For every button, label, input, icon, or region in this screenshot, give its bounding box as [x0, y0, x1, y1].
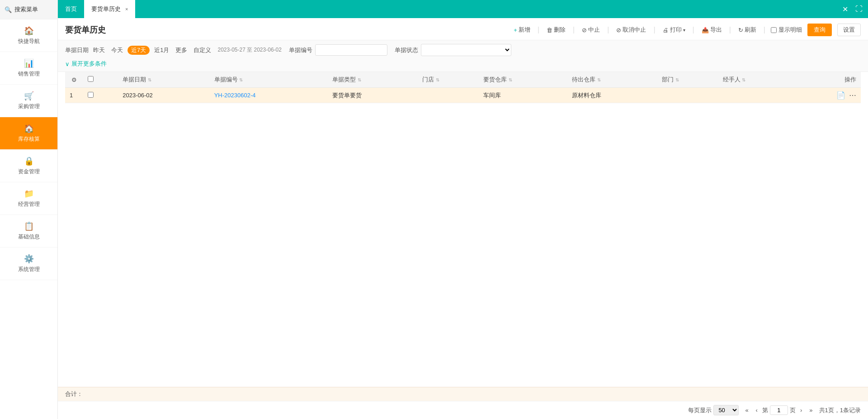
pending-warehouse-sort-icon: ⇅ — [597, 77, 601, 82]
stop-button[interactable]: ⊘ 中止 — [580, 25, 602, 35]
total-pages-info: 共1页，1条记录 — [819, 406, 861, 414]
req-warehouse-sort-icon: ⇅ — [509, 77, 512, 82]
refresh-button[interactable]: ↻ 刷新 — [736, 25, 758, 35]
date-option-custom[interactable]: 自定义 — [192, 46, 213, 55]
row-more-button[interactable]: ⋯ — [849, 91, 856, 100]
row-req-warehouse: 车间库 — [479, 88, 567, 103]
per-page-select[interactable]: 20 50 100 — [713, 405, 739, 415]
inventory-icon: 🏠 — [24, 124, 34, 133]
sidebar-item-label: 快捷导航 — [18, 38, 40, 45]
close-window-icon[interactable]: ✕ — [840, 3, 850, 15]
sidebar-item-system[interactable]: ⚙️ 系统管理 — [0, 248, 57, 280]
settings-column-header[interactable]: ⚙ — [65, 72, 83, 88]
last-page-button[interactable]: » — [807, 406, 815, 414]
first-page-button[interactable]: « — [742, 406, 751, 414]
delete-icon: 🗑 — [547, 27, 552, 33]
bill-status-select[interactable] — [421, 44, 511, 56]
store-column-header[interactable]: 门店 ⇅ — [418, 72, 479, 88]
filter-row: 单据日期 昨天 今天 近7天 近1月 更多 自定义 2023-05-27 至 2… — [65, 44, 861, 56]
page-label: 第 — [762, 406, 768, 414]
top-nav: 首页 要货单历史 × ✕ ⛶ — [58, 0, 868, 18]
date-option-more[interactable]: 更多 — [174, 46, 189, 55]
row-number[interactable]: YH-20230602-4 — [210, 88, 328, 103]
row-checkbox[interactable] — [83, 88, 118, 103]
page-title: 要货单历史 — [65, 24, 106, 35]
bill-number-label: 单据编号 — [289, 46, 312, 54]
show-detail-input[interactable] — [771, 27, 777, 33]
row-handler — [718, 88, 793, 103]
chevron-down-icon: ∨ — [65, 61, 70, 67]
bill-status-label: 单据状态 — [395, 46, 418, 54]
date-option-last7days[interactable]: 近7天 — [127, 46, 150, 55]
header-actions: + 新增 | 🗑 删除 | ⊘ 中止 | ⊘ — [512, 24, 861, 36]
home-icon: 🏠 — [24, 26, 34, 36]
export-button[interactable]: 📤 导出 — [700, 25, 724, 35]
actions-column-header: 操作 — [793, 72, 861, 88]
plus-icon: + — [514, 27, 517, 33]
prev-page-button[interactable]: ‹ — [753, 406, 760, 414]
bill-status-filter: 单据状态 — [395, 44, 511, 56]
req-warehouse-column-header[interactable]: 要货仓库 ⇅ — [479, 72, 567, 88]
cancel-stop-icon: ⊘ — [616, 27, 621, 33]
maximize-icon[interactable]: ⛶ — [854, 3, 864, 15]
sidebar-item-finance[interactable]: 🔒 资金管理 — [0, 150, 57, 182]
date-option-yesterday[interactable]: 昨天 — [91, 46, 107, 55]
purchase-icon: 🛒 — [24, 91, 34, 101]
settings-button[interactable]: 设置 — [837, 24, 861, 36]
search-icon: 🔍 — [5, 6, 12, 13]
type-column-header[interactable]: 单据类型 ⇅ — [328, 72, 418, 88]
tab-requisition-history[interactable]: 要货单历史 × — [84, 0, 135, 18]
new-button[interactable]: + 新增 — [512, 25, 532, 35]
number-column-header[interactable]: 单据编号 ⇅ — [210, 72, 328, 88]
date-option-last1month[interactable]: 近1月 — [152, 46, 171, 55]
tab-home[interactable]: 首页 — [58, 0, 84, 18]
select-all-checkbox[interactable] — [88, 76, 94, 82]
date-range: 2023-05-27 至 2023-06-02 — [217, 46, 281, 54]
sidebar-item-purchase[interactable]: 🛒 采购管理 — [0, 85, 57, 117]
table-container: ⚙ 单据日期 ⇅ 单据编号 ⇅ 单据类型 — [58, 72, 868, 387]
date-label: 单据日期 — [65, 46, 89, 54]
checkbox-column-header[interactable] — [83, 72, 118, 88]
table-header-row: ⚙ 单据日期 ⇅ 单据编号 ⇅ 单据类型 — [65, 72, 861, 88]
tab-close-icon[interactable]: × — [125, 6, 128, 12]
export-icon: 📤 — [702, 27, 709, 33]
page-number-input[interactable] — [770, 405, 788, 415]
home-tab-label: 首页 — [65, 5, 77, 13]
nav-right: ✕ ⛶ — [840, 3, 868, 15]
sidebar-item-basic-info[interactable]: 📋 基础信息 — [0, 215, 57, 248]
date-column-header[interactable]: 单据日期 ⇅ — [118, 72, 209, 88]
per-page-label: 每页显示 — [688, 406, 712, 414]
row-view-button[interactable]: 📄 — [836, 91, 845, 100]
print-icon: 🖨 — [663, 27, 669, 33]
content-area: 要货单历史 + 新增 | 🗑 删除 | ⊘ 中止 — [58, 18, 868, 419]
sidebar-item-quick-nav[interactable]: 🏠 快捷导航 — [0, 19, 57, 52]
row-actions: 📄 ⋯ — [793, 88, 861, 103]
row-department — [657, 88, 718, 103]
cancel-stop-button[interactable]: ⊘ 取消中止 — [614, 25, 648, 35]
delete-button[interactable]: 🗑 删除 — [545, 25, 567, 35]
sidebar-item-label: 基础信息 — [18, 233, 40, 241]
show-detail-checkbox[interactable]: 显示明细 — [771, 26, 802, 34]
finance-icon: 🔒 — [24, 156, 34, 166]
table-footer: 合计： — [58, 387, 868, 401]
row-select-checkbox[interactable] — [88, 92, 94, 98]
bill-number-link[interactable]: YH-20230602-4 — [214, 92, 256, 99]
handler-column-header[interactable]: 经手人 ⇅ — [718, 72, 793, 88]
total-label: 合计： — [65, 390, 83, 397]
expand-more-button[interactable]: ∨ 展开更多条件 — [65, 60, 861, 68]
sidebar-item-sales[interactable]: 📊 销售管理 — [0, 52, 57, 85]
pending-warehouse-column-header[interactable]: 待出仓库 ⇅ — [567, 72, 657, 88]
system-icon: ⚙️ — [24, 254, 34, 264]
next-page-button[interactable]: › — [797, 406, 805, 414]
print-button[interactable]: 🖨 打印 ▾ — [661, 25, 687, 35]
query-button[interactable]: 查询 — [807, 24, 832, 36]
page-header: 要货单历史 + 新增 | 🗑 删除 | ⊘ 中止 — [58, 18, 868, 40]
sidebar-item-operations[interactable]: 📁 经营管理 — [0, 182, 57, 215]
bill-number-input[interactable] — [315, 44, 387, 56]
sidebar-search[interactable]: 🔍 搜索菜单 — [0, 0, 57, 19]
sidebar-item-inventory[interactable]: 🏠 库存核算 — [0, 117, 57, 150]
sales-icon: 📊 — [24, 58, 34, 68]
department-column-header[interactable]: 部门 ⇅ — [657, 72, 718, 88]
stop-icon: ⊘ — [582, 27, 587, 33]
date-option-today[interactable]: 今天 — [109, 46, 125, 55]
